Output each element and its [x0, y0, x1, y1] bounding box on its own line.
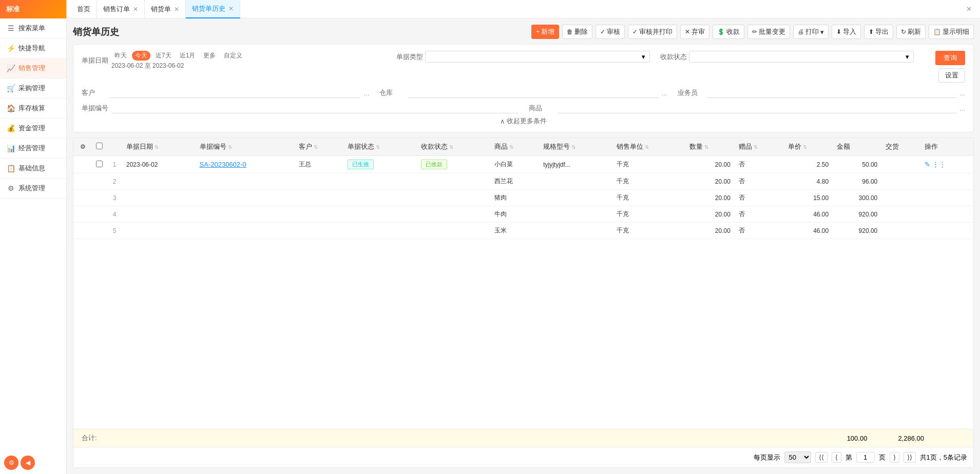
th-doc-no[interactable]: 单据编号⇅ [196, 138, 295, 156]
th-spec[interactable]: 规格型号⇅ [539, 138, 612, 156]
delete-button[interactable]: 🗑 删除 [562, 25, 592, 39]
audit-button[interactable]: ✓ 审核 [595, 25, 625, 39]
sidebar-item-sales-mgmt[interactable]: 📈 销售管理 [0, 58, 66, 78]
tab-sales-history-close[interactable]: ✕ [228, 5, 234, 12]
cell-gear [73, 190, 92, 206]
date-tab-7days[interactable]: 近7天 [152, 51, 175, 61]
sidebar-item-quick-nav[interactable]: ⚡ 快捷导航 [0, 38, 66, 58]
import-button[interactable]: ⬇ 导入 [832, 25, 861, 39]
cell-unit: 千克 [612, 206, 686, 223]
tab-home[interactable]: 首页 [71, 0, 97, 18]
cell-gift: 否 [735, 173, 784, 190]
page-size-select[interactable]: 50 100 200 [784, 451, 811, 463]
add-button[interactable]: + 新增 [531, 25, 559, 39]
tab-sales-order[interactable]: 销售订单 ✕ [97, 0, 145, 18]
sidebar-item-ops-mgmt[interactable]: 📊 经营管理 [0, 139, 66, 159]
collapse-filter-btn[interactable]: ∧ 收起更多条件 [82, 116, 965, 126]
th-collect-status[interactable]: 收款状态⇅ [417, 138, 490, 156]
sidebar-collapse-btn[interactable]: ◀ [21, 456, 35, 470]
cell-date [122, 173, 196, 190]
tab-sales-goods-label: 销货单 [151, 5, 171, 14]
next-page-btn[interactable]: ⟩ [890, 452, 899, 463]
cell-customer [295, 206, 344, 223]
sidebar-item-search-menu[interactable]: ☰ 搜索菜单 [0, 18, 66, 38]
collect-status-select[interactable]: ▾ [689, 51, 914, 63]
search-button[interactable]: 查询 [935, 51, 965, 65]
salesperson-picker-btn[interactable]: ... [959, 89, 965, 97]
date-tab-1month[interactable]: 近1月 [177, 51, 199, 61]
window-close-btn[interactable]: ✕ [962, 5, 976, 13]
cell-checkbox[interactable] [92, 190, 107, 206]
sidebar-item-inventory-calc[interactable]: 🏠 库存核算 [0, 98, 66, 118]
date-label: 单据日期 [82, 56, 108, 65]
th-gear[interactable]: ⚙ [73, 138, 92, 156]
doc-type-select[interactable]: ▾ [425, 51, 650, 63]
collect-status-label: 收款状态 [660, 52, 686, 62]
warehouse-input[interactable] [408, 88, 658, 98]
cell-checkbox[interactable] [92, 206, 107, 223]
cell-checkbox[interactable] [92, 223, 107, 239]
th-gift[interactable]: 赠品⇅ [735, 138, 784, 156]
cell-row-no: 2 [107, 173, 122, 190]
th-goods[interactable]: 商品⇅ [490, 138, 540, 156]
abandon-button[interactable]: ✕ 弃审 [680, 25, 709, 39]
th-price[interactable]: 单价⇅ [784, 138, 833, 156]
th-transaction: 交货 [881, 138, 920, 156]
last-page-btn[interactable]: ⟩⟩ [904, 452, 916, 463]
prev-page-btn[interactable]: ⟨ [832, 452, 841, 463]
customer-picker-btn[interactable]: ... [363, 89, 369, 97]
th-qty[interactable]: 数量⇅ [685, 138, 735, 156]
batch-change-button[interactable]: ✏ 批量变更 [747, 25, 790, 39]
footer-total-qty: 100.00 [847, 434, 868, 442]
page-label-prefix: 第 [846, 453, 852, 462]
more-action-icon[interactable]: ⋮⋮ [932, 161, 946, 168]
collect-label: 收款 [726, 27, 740, 36]
th-checkbox[interactable] [92, 138, 107, 156]
th-amount-label: 金额 [837, 143, 850, 150]
sidebar-item-basic-info[interactable]: 📋 基础信息 [0, 159, 66, 179]
cell-checkbox[interactable] [92, 156, 107, 173]
th-customer[interactable]: 客户⇅ [295, 138, 344, 156]
cell-checkbox[interactable] [92, 173, 107, 190]
tab-sales-goods[interactable]: 销货单 ✕ [145, 0, 186, 18]
tab-sales-history[interactable]: 销货单历史 ✕ [186, 0, 240, 18]
print-button[interactable]: 🖨 打印 ▾ [793, 25, 829, 39]
tab-sales-goods-close[interactable]: ✕ [174, 6, 179, 13]
audit-print-button[interactable]: ✓ 审核并打印 [628, 25, 677, 39]
doc-no-link[interactable]: SA-20230602-0 [200, 161, 246, 168]
goods-input[interactable] [558, 103, 957, 113]
page-number-input[interactable] [856, 452, 875, 463]
salesperson-label: 业务员 [678, 88, 703, 97]
date-tab-today[interactable]: 今天 [132, 51, 150, 61]
show-detail-button[interactable]: 📋 显示明细 [929, 25, 974, 39]
sidebar-item-finance-mgmt[interactable]: 💰 资金管理 [0, 118, 66, 139]
edit-action-icon[interactable]: ✎ [925, 161, 930, 168]
date-tab-yesterday[interactable]: 昨天 [111, 51, 130, 61]
sidebar-item-purchase-mgmt[interactable]: 🛒 采购管理 [0, 78, 66, 98]
row-checkbox[interactable] [96, 161, 103, 167]
select-all-checkbox[interactable] [96, 143, 103, 149]
th-date[interactable]: 单据日期⇅ [122, 138, 196, 156]
goods-picker-btn[interactable]: ... [959, 105, 965, 112]
date-tab-custom[interactable]: 自定义 [221, 51, 245, 61]
warehouse-picker-btn[interactable]: ... [662, 89, 667, 97]
basic-info-icon: 📋 [6, 164, 15, 173]
refresh-button[interactable]: ↻ 刷新 [896, 25, 926, 39]
tab-sales-order-close[interactable]: ✕ [133, 6, 138, 13]
date-tab-more[interactable]: 更多 [200, 51, 219, 61]
filter-setting-button[interactable]: 设置 [938, 68, 965, 83]
th-unit[interactable]: 销售单位⇅ [612, 138, 686, 156]
cell-doc-no [196, 223, 295, 239]
sidebar-item-system-mgmt[interactable]: ⚙ 系统管理 [0, 179, 66, 199]
th-doc-status[interactable]: 单据状态⇅ [343, 138, 417, 156]
sidebar-settings-btn[interactable]: ⚙ [4, 456, 18, 470]
first-page-btn[interactable]: ⟨⟨ [815, 452, 828, 463]
salesperson-input[interactable] [706, 88, 956, 98]
doc-no-input[interactable] [111, 103, 518, 113]
cell-doc-no[interactable]: SA-20230602-0 [196, 156, 295, 173]
export-button[interactable]: ⬆ 导出 [864, 25, 893, 39]
collect-button[interactable]: 💲 收款 [713, 25, 744, 39]
customer-input[interactable] [110, 88, 360, 98]
footer-values: 100.00 2,286.00 [105, 434, 965, 442]
show-detail-icon: 📋 [933, 28, 941, 35]
